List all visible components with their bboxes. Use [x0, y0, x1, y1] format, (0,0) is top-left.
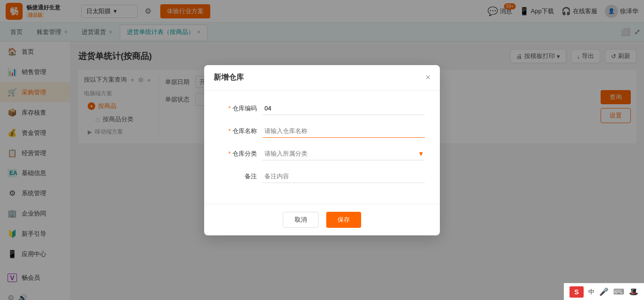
dialog-body: 仓库编码 仓库名称 仓库分类 ▾ 备注: [204, 91, 440, 204]
warehouse-category-input[interactable]: [264, 150, 419, 157]
dialog-footer: 取消 保存: [204, 204, 440, 235]
code-label: 仓库编码: [219, 104, 257, 113]
dialog-title: 新增仓库: [214, 73, 244, 83]
form-row-name: 仓库名称: [219, 125, 425, 138]
s-logo: S: [570, 286, 584, 298]
category-select-wrapper: ▾: [263, 147, 425, 160]
dialog-close-button[interactable]: ×: [425, 73, 430, 83]
warehouse-remark-input[interactable]: [263, 170, 425, 183]
remark-label: 备注: [219, 172, 257, 181]
category-label: 仓库分类: [219, 150, 257, 158]
dialog-header: 新增仓库 ×: [204, 65, 440, 91]
mic-button[interactable]: 🎤: [599, 287, 609, 296]
tools-button[interactable]: 🎩: [629, 287, 638, 296]
category-dropdown-icon[interactable]: ▾: [419, 149, 423, 158]
warehouse-name-input[interactable]: [263, 125, 425, 138]
save-button[interactable]: 保存: [326, 212, 361, 228]
form-row-category: 仓库分类 ▾: [219, 147, 425, 160]
modal-overlay[interactable]: 新增仓库 × 仓库编码 仓库名称 仓库分类 ▾: [0, 0, 644, 300]
name-label: 仓库名称: [219, 127, 257, 135]
bottom-status-bar: S 中 🎤 ⌨ 🎩: [564, 283, 644, 300]
chinese-input-label: 中: [588, 288, 594, 296]
warehouse-code-input[interactable]: [263, 102, 425, 115]
cancel-button[interactable]: 取消: [283, 212, 319, 228]
form-row-remark: 备注: [219, 170, 425, 183]
add-warehouse-dialog: 新增仓库 × 仓库编码 仓库名称 仓库分类 ▾: [204, 65, 440, 235]
keyboard-button[interactable]: ⌨: [613, 287, 624, 296]
form-row-code: 仓库编码: [219, 102, 425, 115]
